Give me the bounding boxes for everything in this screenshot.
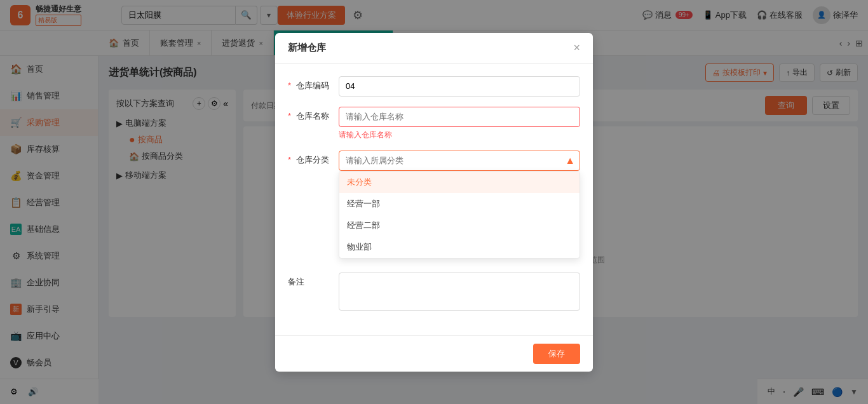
form-row-note: 备注: [288, 273, 580, 313]
modal-header: 新增仓库 ×: [275, 33, 593, 64]
category-control: ▲ 未分类 经营一部 经营二部 物业部: [339, 151, 580, 171]
category-option-uncategorized[interactable]: 未分类: [339, 172, 580, 193]
name-label-text: 仓库名称: [296, 111, 329, 121]
category-toggle-icon[interactable]: ▲: [565, 155, 575, 166]
code-label-text: 仓库编码: [296, 81, 329, 90]
name-label: * 仓库名称: [288, 107, 339, 122]
note-control: [339, 273, 580, 313]
code-input[interactable]: [339, 76, 580, 97]
category-dropdown: 未分类 经营一部 经营二部 物业部: [339, 171, 580, 259]
name-input[interactable]: [339, 107, 580, 127]
code-control: [339, 76, 580, 97]
category-option-dept3[interactable]: 物业部: [339, 236, 580, 258]
form-row-code: * 仓库编码: [288, 76, 580, 97]
name-control: 请输入仓库名称: [339, 107, 580, 140]
category-option-dept1[interactable]: 经营一部: [339, 193, 580, 215]
modal-title: 新增仓库: [288, 42, 326, 54]
note-label: 备注: [288, 273, 339, 288]
category-label-text: 仓库分类: [296, 155, 329, 165]
modal-close-button[interactable]: ×: [573, 42, 580, 53]
modal-footer: 保存: [275, 335, 593, 372]
modal-overlay[interactable]: 新增仓库 × * 仓库编码 * 仓库名称: [0, 0, 868, 404]
save-button[interactable]: 保存: [533, 344, 580, 364]
form-row-name: * 仓库名称 请输入仓库名称: [288, 107, 580, 140]
name-error-msg: 请输入仓库名称: [339, 130, 580, 140]
note-textarea[interactable]: [339, 273, 580, 311]
modal-body: * 仓库编码 * 仓库名称 请输入仓库名称: [275, 64, 593, 335]
category-option-dept2[interactable]: 经营二部: [339, 215, 580, 236]
category-label: * 仓库分类: [288, 151, 339, 166]
category-input[interactable]: [339, 151, 580, 171]
required-mark-cat: *: [288, 155, 291, 165]
category-input-wrapper: ▲: [339, 151, 580, 171]
code-label: * 仓库编码: [288, 76, 339, 91]
modal-new-warehouse: 新增仓库 × * 仓库编码 * 仓库名称: [275, 33, 593, 372]
form-row-category: * 仓库分类 ▲ 未分类 经营一部 经营二部 物业部: [288, 151, 580, 171]
required-mark: *: [288, 81, 291, 90]
required-mark-name: *: [288, 111, 291, 121]
